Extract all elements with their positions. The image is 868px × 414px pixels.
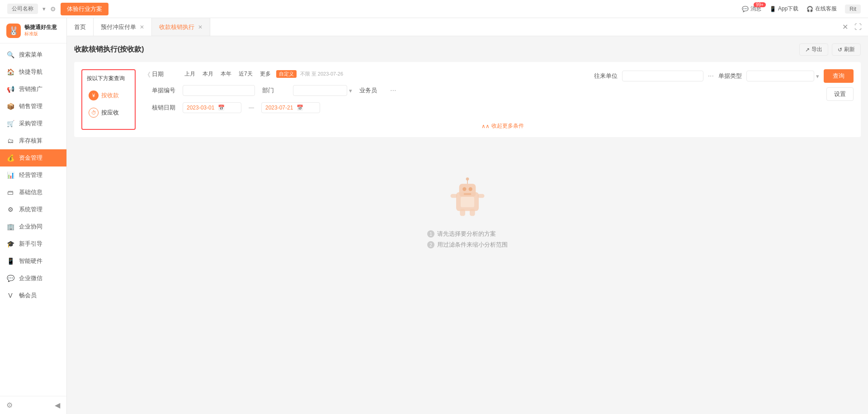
sidebar-item-finance[interactable]: 💰 资金管理 (0, 149, 66, 167)
sidebar-settings-icon[interactable]: ⚙ (6, 401, 13, 409)
doctype-dropdown-icon[interactable]: ▾ (816, 73, 819, 80)
online-service-button[interactable]: 🎧 在线客服 (807, 5, 837, 13)
tip-text-2: 用过滤条件来缩小分析范围 (437, 241, 508, 249)
date-quick-last-month[interactable]: 上月 (183, 69, 197, 79)
tab-home[interactable]: 首页 (67, 18, 94, 36)
tab-prepay[interactable]: 预付冲应付单✕ (94, 18, 152, 36)
svg-rect-11 (461, 197, 474, 207)
partner-input[interactable] (622, 71, 703, 81)
empty-tips: 1 请先选择要分析的方案 2 用过滤条件来缩小分析范围 (427, 230, 508, 252)
svg-rect-7 (451, 194, 458, 198)
sidebar-item-operation[interactable]: 📊 经营管理 (0, 167, 66, 184)
sidebar-icon-member: V (6, 292, 14, 299)
sidebar-label-enterprise: 企业协同 (19, 223, 42, 231)
filter-option-by-receivable[interactable]: ⏱ 按应收 (85, 104, 132, 121)
sidebar-label-sales: 销售管理 (19, 102, 42, 110)
logo-text-group: 畅捷通好生意 标准版 (24, 24, 57, 38)
online-service-label: 在线客服 (815, 5, 837, 13)
sidebar-item-guide[interactable]: 🎓 新手引导 (0, 235, 66, 252)
sidebar-icon-search: 🔍 (6, 51, 14, 58)
export-button[interactable]: ↗ 导出 (799, 43, 828, 56)
sidebar-item-system[interactable]: ⚙ 系统管理 (0, 201, 66, 218)
verifydate-start[interactable]: 2023-03-01 📅 (183, 102, 241, 113)
filter-option-receivable-icon: ⏱ (89, 108, 99, 118)
filter-option-receipt-label: 按收款 (101, 91, 119, 100)
filter-collapse-icon: 《 (144, 71, 151, 79)
calendar-end-icon[interactable]: 📅 (297, 105, 303, 111)
filter-panel: 按以下方案查询 ¥ 按收款 ⏱ 按应收 《 (74, 62, 861, 137)
sidebar-collapse-icon[interactable]: ◀ (55, 401, 60, 409)
date-quick-more[interactable]: 更多 (258, 69, 273, 79)
collapse-more-icon: ∧∧ (481, 123, 490, 129)
sidebar-icon-sales: 📦 (6, 103, 14, 110)
sidebar-icon-hardware: 📱 (6, 257, 14, 265)
tab-close-prepay[interactable]: ✕ (140, 24, 144, 30)
tab-receipt[interactable]: 收款核销执行✕ (152, 18, 210, 36)
verifydate-end[interactable]: 2023-07-21 📅 (261, 102, 320, 113)
filter-sidebar: 按以下方案查询 ¥ 按收款 ⏱ 按应收 (81, 69, 136, 130)
date-quick-this-year[interactable]: 本年 (219, 69, 233, 79)
collapse-more-button[interactable]: ∧∧ 收起更多条件 (152, 120, 854, 130)
company-selector[interactable]: 公司名称 (7, 4, 38, 14)
sidebar-item-search[interactable]: 🔍 搜索菜单 (0, 46, 66, 63)
sidebar-label-finance: 资金管理 (19, 154, 42, 162)
filter-collapse-button[interactable]: 《 (143, 69, 152, 79)
sidebar-item-basic[interactable]: 🗃 基础信息 (0, 184, 66, 201)
dept-input[interactable] (293, 85, 347, 96)
settings-icon[interactable]: ⚙ (50, 5, 56, 13)
sidebar-item-marketing[interactable]: 📢 营销推广 (0, 81, 66, 98)
date-quick-7days[interactable]: 近7天 (237, 69, 255, 79)
sidebar-label-quicknav: 快捷导航 (19, 68, 42, 76)
docnum-input[interactable] (183, 85, 255, 96)
svg-rect-10 (470, 209, 475, 216)
refresh-button[interactable]: ↺ 刷新 (832, 43, 861, 56)
user-profile[interactable]: Rit (845, 5, 861, 14)
partner-label: 往来单位 (594, 72, 618, 80)
company-dropdown-icon[interactable]: ▾ (42, 5, 46, 12)
refresh-label: 刷新 (844, 46, 855, 53)
setting-button[interactable]: 设置 (826, 87, 854, 101)
tab-close-window-button[interactable]: ✕ (840, 21, 850, 33)
app-download-button[interactable]: 📱 App下载 (769, 5, 798, 13)
filter-sidebar-title: 按以下方案查询 (85, 75, 132, 82)
sidebar-icon-basic: 🗃 (6, 189, 14, 196)
verifydate-start-value: 2023-03-01 (187, 105, 214, 111)
partner-dots[interactable]: ··· (708, 72, 714, 80)
message-button[interactable]: 💬 消息 99+ (742, 5, 761, 13)
staff-select-dots[interactable]: ··· (390, 86, 396, 95)
sidebar-item-wechat[interactable]: 💬 企业微信 (0, 270, 66, 287)
sidebar-item-sales[interactable]: 📦 销售管理 (0, 98, 66, 115)
sidebar-label-purchase: 采购管理 (19, 119, 42, 128)
tab-close-receipt[interactable]: ✕ (198, 24, 203, 30)
svg-point-6 (466, 177, 469, 181)
query-button[interactable]: 查询 (824, 69, 854, 83)
doctype-input[interactable] (746, 71, 814, 81)
calendar-start-icon[interactable]: 📅 (218, 105, 225, 111)
sidebar-item-hardware[interactable]: 📱 智能硬件 (0, 252, 66, 270)
empty-tip-1: 1 请先选择要分析的方案 (427, 230, 508, 238)
tab-maximize-button[interactable]: ⛶ (853, 21, 863, 33)
sidebar-item-purchase[interactable]: 🛒 采购管理 (0, 115, 66, 132)
empty-state: 1 请先选择要分析的方案 2 用过滤条件来缩小分析范围 (74, 137, 861, 270)
top-bar-right: 💬 消息 99+ 📱 App下载 🎧 在线客服 Rit (742, 5, 861, 14)
date-quick-this-month[interactable]: 本月 (201, 69, 215, 79)
sidebar-icon-wechat: 💬 (6, 275, 14, 282)
export-icon: ↗ (805, 47, 810, 53)
empty-illustration (445, 173, 490, 220)
empty-robot-svg (445, 173, 490, 219)
filter-option-by-receipt[interactable]: ¥ 按收款 (85, 87, 132, 104)
sidebar-label-guide: 新手引导 (19, 240, 42, 248)
sidebar-icon-operation: 📊 (6, 171, 14, 179)
dept-dropdown-icon[interactable]: ▾ (349, 87, 352, 94)
svg-rect-9 (460, 209, 465, 216)
sidebar-item-quicknav[interactable]: 🏠 快捷导航 (0, 63, 66, 81)
industry-solution-button[interactable]: 体验行业方案 (61, 3, 108, 15)
sidebar-item-member[interactable]: V 畅会员 (0, 287, 66, 304)
sidebar-label-basic: 基础信息 (19, 188, 42, 196)
verifydate-end-value: 2023-07-21 (265, 105, 293, 111)
sidebar-label-hardware: 智能硬件 (19, 257, 42, 265)
sidebar-item-enterprise[interactable]: 🏢 企业协同 (0, 218, 66, 235)
sidebar-icon-guide: 🎓 (6, 240, 14, 247)
sidebar-item-inventory[interactable]: 🗂 库存核算 (0, 132, 66, 149)
sidebar-bottom: ⚙ ◀ (0, 396, 66, 414)
